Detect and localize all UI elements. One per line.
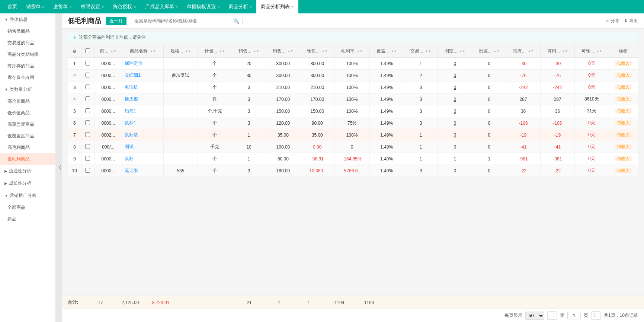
- row-views1[interactable]: 0: [438, 58, 472, 70]
- nav-product-analysis-list[interactable]: 商品分析列表 ×: [256, 0, 298, 13]
- sidebar-item-high-value[interactable]: 高价值商品: [0, 96, 55, 107]
- sidebar-item-all-products[interactable]: 全部商品: [0, 202, 55, 213]
- row-select-checkbox[interactable]: [85, 156, 90, 161]
- col-available-stock[interactable]: 可用... ▲▼: [541, 45, 575, 58]
- row-checkbox[interactable]: [81, 153, 94, 165]
- row-name[interactable]: 电话机: [122, 82, 164, 93]
- col-code[interactable]: 商... ▲▼: [94, 45, 122, 58]
- col-checkbox-all[interactable]: [81, 45, 94, 58]
- row-select-checkbox[interactable]: [85, 132, 90, 137]
- row-views1[interactable]: 0: [438, 129, 472, 141]
- sidebar-item-high-coverage[interactable]: 高覆盖度商品: [0, 119, 55, 130]
- row-views1[interactable]: 0: [438, 70, 472, 82]
- row-checkbox[interactable]: [81, 129, 94, 141]
- row-checkbox[interactable]: [81, 93, 94, 105]
- col-views1[interactable]: 浏览... ▲▼: [438, 45, 472, 58]
- row-checkbox[interactable]: [81, 105, 94, 117]
- nav-product-entry[interactable]: 产成品入库单 ×: [141, 0, 182, 13]
- sidebar-group-growth[interactable]: ▶ 成长性分析: [0, 177, 55, 189]
- search-icon[interactable]: 🔍: [233, 18, 239, 24]
- col-gross-margin[interactable]: 毛利率 ▲▼: [334, 45, 370, 58]
- row-name[interactable]: 鼠标: [122, 153, 164, 165]
- sidebar-item-stocked-products[interactable]: 有库存的商品: [0, 60, 55, 72]
- row-views1[interactable]: 0: [438, 93, 472, 105]
- sidebar-group-circulation[interactable]: ▶ 流通性分析: [0, 165, 55, 177]
- close-icon[interactable]: ×: [102, 4, 104, 9]
- sidebar-group-marketing[interactable]: ▼ 营销推广分析: [0, 189, 55, 202]
- close-icon[interactable]: ×: [176, 4, 178, 9]
- sidebar-item-stock-capital[interactable]: 库存资金占用: [0, 72, 55, 83]
- col-tag[interactable]: 标签: [609, 45, 638, 58]
- date-filter-button[interactable]: 近一月: [106, 17, 126, 25]
- row-name[interactable]: 测试: [122, 141, 164, 153]
- row-checkbox[interactable]: [81, 165, 94, 177]
- sidebar-item-high-margin[interactable]: 高毛利商品: [0, 142, 55, 153]
- row-name[interactable]: 笔记本: [122, 165, 164, 177]
- nav-product-analysis[interactable]: 商品分析 ×: [224, 0, 256, 13]
- sidebar-item-low-value[interactable]: 低价值商品: [0, 107, 55, 119]
- row-name[interactable]: 橡皮擦: [122, 93, 164, 105]
- col-settings[interactable]: ⚙: [68, 45, 81, 58]
- close-icon[interactable]: ×: [291, 4, 294, 9]
- col-views2[interactable]: 浏览... ▲▼: [472, 45, 506, 58]
- row-select-checkbox[interactable]: [85, 61, 90, 66]
- row-name[interactable]: 吴细细1: [122, 70, 164, 82]
- row-select-checkbox[interactable]: [85, 168, 90, 173]
- col-sellable-days[interactable]: 可销... ▲▼: [574, 45, 609, 58]
- export-button[interactable]: ⬇ 导出: [624, 18, 638, 24]
- per-page-select[interactable]: 50 20 100: [525, 312, 544, 320]
- col-spec[interactable]: 规格... ▲▼: [163, 45, 198, 58]
- row-name[interactable]: 铅笔1: [122, 105, 164, 117]
- col-transactions[interactable]: 交易... ▲▼: [404, 45, 438, 58]
- search-input[interactable]: [134, 18, 233, 23]
- sidebar-toggle-button[interactable]: 《: [56, 13, 62, 322]
- page-input[interactable]: [567, 312, 581, 319]
- col-unit[interactable]: 计量... ▲▼: [198, 45, 232, 58]
- nav-purchase-order[interactable]: 进货单 ×: [49, 0, 76, 13]
- close-icon[interactable]: ×: [42, 4, 44, 9]
- sidebar-group-overall[interactable]: ▼ 整体信息: [0, 13, 55, 26]
- row-select-checkbox[interactable]: [85, 73, 90, 77]
- row-select-checkbox[interactable]: [85, 144, 90, 149]
- col-current-stock[interactable]: 现有... ▲▼: [506, 45, 541, 58]
- row-select-checkbox[interactable]: [85, 96, 90, 101]
- row-views1[interactable]: 1: [438, 153, 472, 165]
- next-page-button[interactable]: 〉: [591, 311, 601, 320]
- row-name[interactable]: 属性定价: [122, 58, 164, 70]
- share-button[interactable]: ⎋ 分享: [606, 18, 619, 24]
- row-checkbox[interactable]: [81, 82, 94, 93]
- row-checkbox[interactable]: [81, 58, 94, 70]
- col-sales-profit[interactable]: 销售... ▲▼: [300, 45, 334, 58]
- close-icon[interactable]: ×: [134, 4, 136, 9]
- close-icon[interactable]: ×: [69, 4, 71, 9]
- row-views1[interactable]: 0: [438, 165, 472, 177]
- nav-role-auth[interactable]: 角色授权 ×: [108, 0, 140, 13]
- row-views1[interactable]: 0: [438, 141, 472, 153]
- col-sales-qty[interactable]: 销售... ▲▼: [232, 45, 266, 58]
- nav-sales-order[interactable]: 销货单 ×: [22, 0, 49, 13]
- row-checkbox[interactable]: [81, 70, 94, 82]
- prev-page-button[interactable]: 〈: [547, 311, 557, 320]
- row-views1[interactable]: 0: [438, 82, 472, 93]
- sidebar-item-category-rate[interactable]: 商品分类助销率: [0, 49, 55, 60]
- sidebar-item-low-coverage[interactable]: 低覆盖度商品: [0, 130, 55, 142]
- row-views1[interactable]: 0: [438, 105, 472, 117]
- sidebar-item-sales-products[interactable]: 销售类商品: [0, 26, 55, 37]
- row-checkbox[interactable]: [81, 141, 94, 153]
- sidebar-item-low-margin[interactable]: 低毛利商品: [0, 153, 55, 165]
- sidebar-item-new-products[interactable]: 新品: [0, 213, 55, 225]
- sidebar-group-quantity[interactable]: ▼ 类数量分析: [0, 83, 55, 96]
- nav-permission[interactable]: 权限设置 ×: [76, 0, 108, 13]
- settings-icon[interactable]: ⚙: [73, 49, 77, 54]
- row-select-checkbox[interactable]: [85, 120, 90, 125]
- row-views1[interactable]: 0: [438, 117, 472, 129]
- row-checkbox[interactable]: [81, 117, 94, 129]
- select-all-checkbox[interactable]: [85, 48, 90, 53]
- close-icon[interactable]: ×: [250, 4, 252, 9]
- row-name[interactable]: 鼠标1: [122, 117, 164, 129]
- row-name[interactable]: 鼠标垫: [122, 129, 164, 141]
- col-coverage[interactable]: 覆盖... ▲▼: [369, 45, 404, 58]
- row-select-checkbox[interactable]: [85, 108, 90, 113]
- col-sales-amount[interactable]: 销售... ▲▼: [266, 45, 300, 58]
- col-name[interactable]: 商品名称 ▲▼: [122, 45, 164, 58]
